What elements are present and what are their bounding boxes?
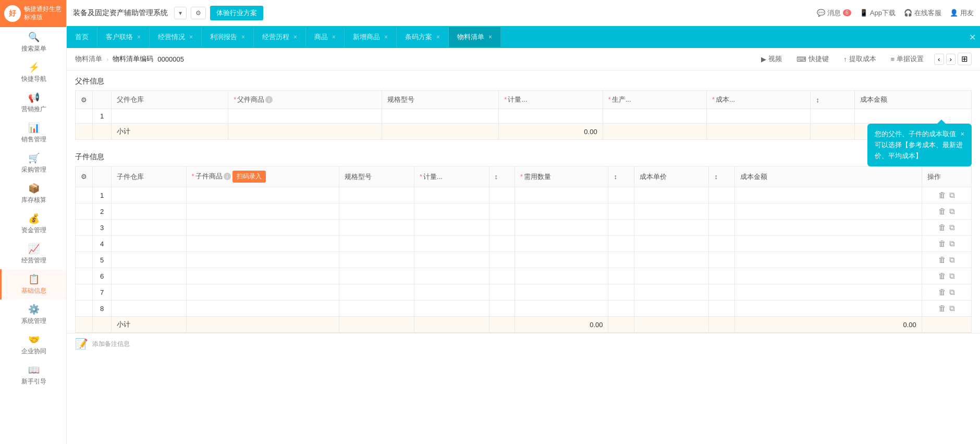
child-required-qty-cell[interactable] xyxy=(514,252,608,268)
tab-close-icon[interactable]: × xyxy=(189,33,193,41)
child-spec-cell[interactable] xyxy=(339,284,414,301)
scan-btn[interactable]: 扫码录入 xyxy=(232,171,266,183)
tab-物料清单[interactable]: 物料清单× xyxy=(449,27,501,47)
child-unit-cost-cell[interactable] xyxy=(634,301,709,317)
nav-prev-btn[interactable]: ‹ xyxy=(934,54,944,65)
settings-btn[interactable]: ⚙ xyxy=(191,7,206,19)
child-quantity-cell[interactable] xyxy=(414,301,489,317)
child-product-cell[interactable] xyxy=(186,220,339,236)
child-spec-cell[interactable] xyxy=(339,236,414,252)
child-product-cell[interactable] xyxy=(186,284,339,301)
child-unit-cost-cell[interactable] xyxy=(634,220,709,236)
tab-客户联络[interactable]: 客户联络× xyxy=(97,27,150,47)
child-product-cell[interactable] xyxy=(186,203,339,220)
child-unit-cost-cell[interactable] xyxy=(634,268,709,284)
copy-icon[interactable]: ⧉ xyxy=(949,223,955,232)
child-product-cell[interactable] xyxy=(186,236,339,252)
dropdown-arrow-btn[interactable]: ▾ xyxy=(174,7,187,19)
copy-icon[interactable]: ⧉ xyxy=(949,287,955,297)
delete-icon[interactable]: 🗑 xyxy=(938,304,946,313)
child-unit-cost-cell[interactable] xyxy=(634,252,709,268)
sidebar-item-快捷导航[interactable]: ⚡快捷导航 xyxy=(0,57,66,88)
parent-cost-cell[interactable] xyxy=(707,109,811,124)
child-warehouse-cell[interactable] xyxy=(112,252,187,268)
tab-close-icon[interactable]: × xyxy=(384,33,388,41)
tab-新增商品[interactable]: 新增商品× xyxy=(345,27,397,47)
sidebar-item-采购管理[interactable]: 🛒采购管理 xyxy=(0,148,66,178)
tab-条码方案[interactable]: 条码方案× xyxy=(397,27,449,47)
child-required-qty-cell[interactable] xyxy=(514,187,608,203)
child-warehouse-cell[interactable] xyxy=(112,301,187,317)
sidebar-item-经营管理[interactable]: 📈经营管理 xyxy=(0,239,66,269)
parent-spec-cell[interactable] xyxy=(382,109,499,124)
child-quantity-cell[interactable] xyxy=(414,187,489,203)
single-setting-btn[interactable]: ≡ 单据设置 xyxy=(887,52,928,66)
tab-经营情况[interactable]: 经营情况× xyxy=(150,27,202,47)
tab-close-icon[interactable]: × xyxy=(332,33,336,41)
tab-close-icon[interactable]: × xyxy=(436,33,440,41)
child-warehouse-cell[interactable] xyxy=(112,284,187,301)
trial-btn[interactable]: 体验行业方案 xyxy=(210,6,263,20)
copy-icon[interactable]: ⧉ xyxy=(949,190,955,200)
copy-icon[interactable]: ⧉ xyxy=(949,255,955,265)
child-required-qty-cell[interactable] xyxy=(514,203,608,220)
child-unit-cost-cell[interactable] xyxy=(634,203,709,220)
delete-icon[interactable]: 🗑 xyxy=(938,239,946,248)
nav-next-btn[interactable]: › xyxy=(946,54,956,65)
child-unit-cost-cell[interactable] xyxy=(634,236,709,252)
child-quantity-cell[interactable] xyxy=(414,252,489,268)
tooltip-close-btn[interactable]: × xyxy=(960,129,964,140)
child-quantity-cell[interactable] xyxy=(414,203,489,220)
child-spec-cell[interactable] xyxy=(339,252,414,268)
child-product-cell[interactable] xyxy=(186,252,339,268)
child-spec-cell[interactable] xyxy=(339,301,414,317)
child-quantity-cell[interactable] xyxy=(414,220,489,236)
tab-close-icon[interactable]: × xyxy=(137,33,141,41)
sidebar-item-系统管理[interactable]: ⚙️系统管理 xyxy=(0,299,66,330)
sidebar-item-销售管理[interactable]: 📊销售管理 xyxy=(0,118,66,148)
sidebar-item-基础信息[interactable]: 📋基础信息 xyxy=(0,269,66,299)
child-th-settings[interactable]: ⚙ xyxy=(76,166,93,187)
tab-close-icon[interactable]: × xyxy=(293,33,297,41)
parent-quantity-cell[interactable] xyxy=(499,109,603,124)
child-required-qty-cell[interactable] xyxy=(514,284,608,301)
child-quantity-cell[interactable] xyxy=(414,268,489,284)
sidebar-item-搜索菜单[interactable]: 🔍搜索菜单 xyxy=(0,27,66,57)
child-unit-cost-cell[interactable] xyxy=(634,284,709,301)
child-warehouse-cell[interactable] xyxy=(112,203,187,220)
add-note-icon[interactable]: 📝 xyxy=(75,338,88,350)
delete-icon[interactable]: 🗑 xyxy=(938,271,946,281)
sidebar-item-库存核算[interactable]: 📦库存核算 xyxy=(0,178,66,209)
tab-首页[interactable]: 首页 xyxy=(67,27,97,47)
extract-cost-btn[interactable]: ↑ 提取成本 xyxy=(839,52,880,66)
message-btn[interactable]: 💬 消息 6 xyxy=(817,8,851,18)
tab-close-all-btn[interactable]: ✕ xyxy=(969,32,980,42)
app-download-btn[interactable]: 📱 App下载 xyxy=(860,8,896,18)
grid-view-btn[interactable]: ⊞ xyxy=(958,53,972,65)
delete-icon[interactable]: 🗑 xyxy=(938,207,946,216)
child-product-cell[interactable] xyxy=(186,187,339,203)
tab-商品[interactable]: 商品× xyxy=(306,27,345,47)
parent-production-cell[interactable] xyxy=(603,109,706,124)
child-warehouse-cell[interactable] xyxy=(112,268,187,284)
add-note-text[interactable]: 添加备注信息 xyxy=(92,340,130,349)
tab-close-icon[interactable]: × xyxy=(241,33,245,41)
tab-经营历程[interactable]: 经营历程× xyxy=(254,27,306,47)
child-required-qty-cell[interactable] xyxy=(514,301,608,317)
user-btn[interactable]: 👤 用友 xyxy=(950,8,974,18)
child-quantity-cell[interactable] xyxy=(414,284,489,301)
child-product-cell[interactable] xyxy=(186,301,339,317)
copy-icon[interactable]: ⧉ xyxy=(949,271,955,281)
child-product-cell[interactable] xyxy=(186,268,339,284)
sidebar-item-新手引导[interactable]: 📖新手引导 xyxy=(0,360,66,390)
copy-icon[interactable]: ⧉ xyxy=(949,207,955,216)
delete-icon[interactable]: 🗑 xyxy=(938,255,946,265)
child-required-qty-cell[interactable] xyxy=(514,220,608,236)
child-spec-cell[interactable] xyxy=(339,187,414,203)
copy-icon[interactable]: ⧉ xyxy=(949,239,955,248)
child-quantity-cell[interactable] xyxy=(414,236,489,252)
video-btn[interactable]: ▶ 视频 xyxy=(757,52,786,66)
child-unit-cost-cell[interactable] xyxy=(634,187,709,203)
copy-icon[interactable]: ⧉ xyxy=(949,304,955,313)
delete-icon[interactable]: 🗑 xyxy=(938,287,946,297)
